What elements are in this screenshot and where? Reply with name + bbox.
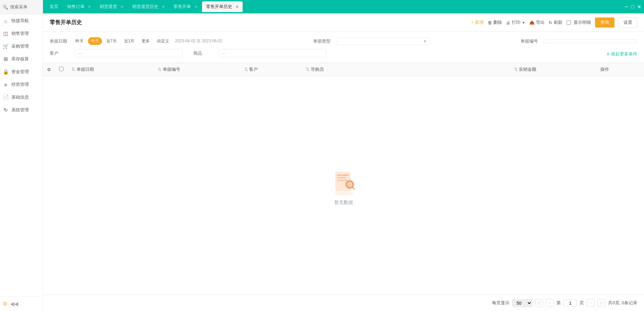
col-customer-sort-icon: ⇅: [244, 67, 248, 72]
sidebar-item-finance[interactable]: 🔒 资金管理: [0, 65, 43, 78]
date-btn-1month[interactable]: 近1月: [121, 37, 138, 45]
add-button[interactable]: + 新增: [471, 19, 484, 25]
goods-input[interactable]: ···: [219, 49, 326, 57]
sidebar-item-quick-nav[interactable]: ⌂ 快捷导航: [0, 14, 43, 27]
svg-point-0: [334, 192, 354, 196]
col-date-sort-icon: ⇅: [71, 67, 75, 72]
tabs-minimize-btn[interactable]: ─: [625, 4, 628, 10]
search-icon: 🔍: [3, 5, 8, 10]
sidebar-item-sales-mgmt[interactable]: ◫ 销售管理: [0, 27, 43, 40]
col-amount-sort-icon: ⇅: [514, 67, 518, 72]
col-guide-sort-icon: ⇅: [306, 67, 309, 72]
filter-row-1: 单据日期 昨天 今天 近7天 近1月 更多 自定义 2023-06-02 至 2…: [50, 37, 637, 45]
sidebar-item-label: 基础信息: [11, 94, 29, 100]
tab-sales-return-history-close[interactable]: ✕: [162, 5, 165, 9]
refresh-icon: ↻: [549, 20, 552, 25]
date-btn-more[interactable]: 更多: [139, 37, 153, 45]
page-last-btn[interactable]: ⟩⟩: [597, 299, 605, 307]
col-no[interactable]: ⇅ 单据编号: [154, 63, 240, 76]
sidebar-item-operations[interactable]: ≡ 经营管理: [0, 78, 43, 91]
sales-icon: ◫: [3, 31, 9, 37]
purchase-icon: 🛒: [3, 43, 9, 49]
tab-sales-order-label: 销售订单: [67, 4, 85, 10]
customer-input[interactable]: ···: [75, 49, 183, 57]
col-amount[interactable]: ⇅ 实销金额: [510, 63, 596, 76]
tab-sales-return-history[interactable]: 销货退货历史 ✕: [128, 1, 169, 12]
sidebar-item-purchase-mgmt[interactable]: 🛒 采购管理: [0, 40, 43, 53]
page-first-btn[interactable]: ⟨⟨: [535, 299, 543, 307]
tab-retail-history-label: 零售开单历史: [206, 4, 232, 10]
export-icon: 📤: [529, 20, 535, 25]
page-next-btn[interactable]: ＞: [587, 299, 595, 307]
col-guide[interactable]: ⇅ 导购员: [302, 63, 376, 76]
display-detail-checkbox[interactable]: [566, 20, 571, 25]
filter-row-2: 客户 ··· 商品 ··· ∧ 收起更多条件: [50, 49, 637, 57]
page-size-label: 每页显示: [492, 300, 509, 306]
display-detail-btn[interactable]: 显示明细: [566, 19, 591, 25]
tab-sales-order[interactable]: 销售订单 ✕: [63, 1, 95, 12]
voucher-type-select[interactable]: ▼: [336, 38, 430, 45]
tabs-close-btn[interactable]: ✕: [637, 4, 641, 10]
page-prev-btn[interactable]: ＜: [546, 299, 554, 307]
refresh-button[interactable]: ↻ 刷新: [549, 19, 562, 25]
filter-area: 单据日期 昨天 今天 近7天 近1月 更多 自定义 2023-06-02 至 2…: [43, 32, 644, 63]
sidebar-item-label: 系统管理: [11, 107, 29, 113]
date-btn-yesterday[interactable]: 昨天: [72, 37, 87, 45]
svg-rect-3: [337, 177, 346, 178]
operations-icon: ≡: [3, 82, 9, 88]
tab-home[interactable]: 首页: [46, 1, 62, 12]
tabs-right-actions: ─ □ ✕: [625, 4, 641, 10]
page-label-pre: 第: [556, 300, 561, 306]
sidebar-search[interactable]: 🔍 搜索采单: [0, 0, 43, 14]
export-button[interactable]: 📤 导出: [529, 19, 545, 25]
tab-home-label: 首页: [50, 4, 58, 10]
page-label: 页: [580, 300, 584, 306]
col-action: 操作: [596, 63, 644, 76]
tabs-maximize-btn[interactable]: □: [631, 4, 634, 10]
settings-icon-btn[interactable]: ⚙: [3, 301, 7, 307]
sidebar-bottom: ⚙ ◀◀: [0, 296, 43, 311]
main-content: 首页 销售订单 ✕ 销货退货 ✕ 销货退货历史 ✕ 零售开单 ✕ 零售开单历史 …: [43, 0, 644, 311]
table-settings-col: ⚙: [43, 63, 55, 76]
page-number-input[interactable]: [563, 300, 577, 307]
tab-retail-open[interactable]: 零售开单 ✕: [169, 1, 201, 12]
date-btn-custom[interactable]: 自定义: [154, 37, 172, 45]
date-filter-label: 单据日期: [50, 38, 70, 44]
sidebar-item-inventory[interactable]: ⊞ 库存核算: [0, 53, 43, 65]
tab-retail-history-close[interactable]: ✕: [236, 5, 239, 9]
table-gear-icon[interactable]: ⚙: [47, 67, 51, 72]
total-info: 共0页, 0条记录: [608, 300, 637, 306]
tab-sales-return-close[interactable]: ✕: [120, 5, 123, 9]
svg-rect-4: [337, 180, 348, 181]
tab-retail-open-close[interactable]: ✕: [194, 5, 197, 9]
page-size-select[interactable]: 50 10 20 100: [512, 299, 532, 307]
goods-filter-item: 商品 ···: [193, 49, 326, 57]
sidebar-item-sys-mgmt[interactable]: ↻ 系统管理: [0, 104, 43, 116]
date-btn-today[interactable]: 今天: [88, 37, 102, 45]
voucher-no-input[interactable]: [543, 40, 637, 43]
tab-sales-return[interactable]: 销货退货 ✕: [96, 1, 128, 12]
page-title: 零售开单历史: [50, 19, 82, 26]
data-table: ⚙ ⇅ 单据日期 ⇅ 单据编号: [43, 63, 644, 76]
sys-icon: ↻: [3, 107, 9, 113]
print-button[interactable]: 🖨 打印 ▼: [506, 19, 525, 25]
header-actions: + 新增 🗑 删除 🖨 打印 ▼ 📤 导出 ↻ 刷新 显示明细: [471, 17, 637, 28]
col-date[interactable]: ⇅ 单据日期: [67, 63, 154, 76]
collapse-filter-btn[interactable]: ∧ 收起更多条件: [606, 51, 637, 57]
col-customer[interactable]: ⇅ 客户: [240, 63, 302, 76]
tab-sales-return-label: 销货退货: [100, 4, 117, 10]
tab-retail-history[interactable]: 零售开单历史 ✕: [202, 1, 243, 12]
page-header: 零售开单历史 + 新增 🗑 删除 🖨 打印 ▼ 📤 导出 ↻ 刷新: [43, 13, 644, 32]
tabs-bar: 首页 销售订单 ✕ 销货退货 ✕ 销货退货历史 ✕ 零售开单 ✕ 零售开单历史 …: [43, 0, 644, 13]
tab-retail-open-label: 零售开单: [174, 4, 191, 10]
settings-button[interactable]: 设置: [618, 17, 637, 28]
query-button[interactable]: 查询: [595, 17, 614, 28]
date-btn-7days[interactable]: 近7天: [103, 37, 120, 45]
tab-sales-order-close[interactable]: ✕: [88, 5, 91, 9]
table-select-all[interactable]: [59, 67, 63, 71]
basic-info-icon: 📄: [3, 94, 9, 100]
sidebar-item-label: 资金管理: [11, 69, 29, 75]
collapse-sidebar-btn[interactable]: ◀◀: [10, 301, 18, 307]
delete-button[interactable]: 🗑 删除: [488, 19, 502, 25]
sidebar-item-basic-info[interactable]: 📄 基础信息: [0, 91, 43, 104]
